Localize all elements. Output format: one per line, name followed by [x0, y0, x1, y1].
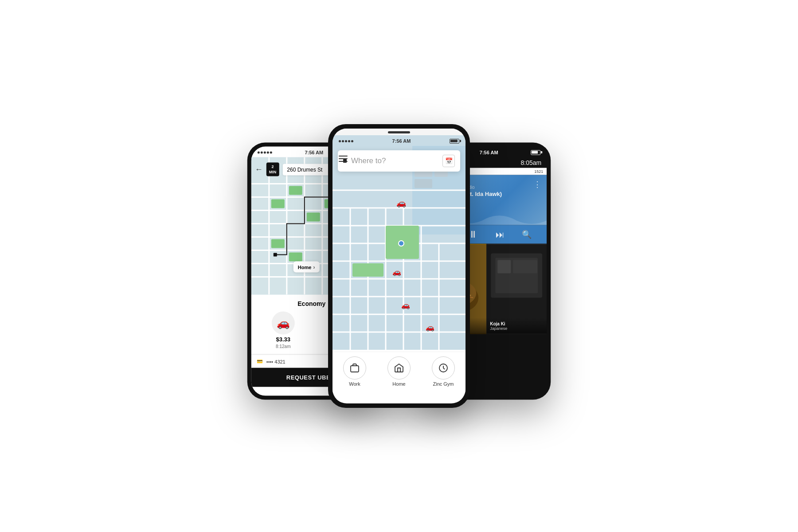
svg-rect-61 — [497, 260, 511, 274]
svg-rect-16 — [289, 186, 302, 195]
time-large: 8:05am — [520, 159, 541, 166]
speaker — [388, 131, 410, 133]
svg-rect-17 — [307, 213, 320, 222]
time-center: 7:56 AM — [392, 138, 411, 144]
nav-home-label: Home — [392, 381, 405, 387]
search-placeholder: Where to? — [351, 156, 442, 165]
payment-last4: •••• 4321 — [266, 359, 286, 364]
food-card-2[interactable]: Koja Ki Japanese — [486, 244, 547, 334]
battery-center — [450, 139, 459, 144]
bottom-nav: Work Home — [332, 352, 466, 394]
map-svg-center: 🚗 🚗 🚗 🚗 — [332, 146, 466, 350]
nav-home[interactable]: Home — [387, 356, 411, 387]
status-bar-center: 7:56 AM — [332, 135, 466, 146]
svg-text:🚗: 🚗 — [401, 301, 410, 309]
home-icon — [387, 356, 411, 379]
address-text: 260 Drumes St — [287, 166, 322, 172]
nav-gym[interactable]: Zinc Gym — [432, 356, 455, 387]
svg-rect-15 — [271, 200, 285, 208]
svg-point-45 — [399, 241, 404, 246]
phone-center: 7:56 AM — [328, 124, 470, 408]
home-bubble[interactable]: Home — [293, 262, 320, 273]
nav-work[interactable]: Work — [343, 356, 366, 387]
car-icon-1: 🚗 — [272, 312, 295, 335]
signal-dots-center — [339, 140, 353, 142]
notch-area — [332, 129, 466, 135]
work-icon — [343, 356, 366, 379]
battery-right — [531, 150, 540, 155]
nav-gym-label: Zinc Gym — [433, 381, 454, 387]
svg-rect-50 — [351, 366, 359, 372]
nav-work-label: Work — [349, 381, 360, 387]
signal-dots-left — [258, 151, 272, 153]
hamburger-menu[interactable] — [339, 156, 348, 162]
svg-rect-42 — [415, 179, 432, 188]
svg-rect-62 — [513, 260, 537, 274]
gym-icon — [432, 356, 455, 379]
eta-badge: 2MIN — [266, 163, 279, 176]
phone-center-inner: 7:56 AM — [332, 129, 466, 403]
car-option-1[interactable]: 🚗 $3.33 8:12am — [257, 312, 310, 349]
food-sub-2: Japanese — [490, 326, 543, 331]
calendar-icon[interactable]: 📅 — [442, 155, 455, 167]
svg-text:🚗: 🚗 — [396, 198, 407, 208]
svg-text:🚗: 🚗 — [426, 323, 434, 332]
svg-rect-21 — [274, 253, 277, 257]
svg-rect-20 — [289, 253, 302, 262]
notif-text: 1521 — [534, 169, 543, 174]
skip-btn[interactable]: ⏭ — [496, 229, 505, 239]
search-bar[interactable]: Where to? 📅 — [338, 150, 460, 172]
card-icon: 💳 — [257, 359, 263, 364]
car-time-1: 8:12am — [276, 344, 290, 349]
car-price-1: $3.33 — [276, 336, 291, 343]
food-tag-2: Koja Ki — [490, 321, 543, 326]
svg-text:🚗: 🚗 — [392, 268, 401, 276]
more-options[interactable]: ⋮ — [533, 180, 541, 189]
time-right: 7:56 AM — [480, 150, 498, 155]
home-label: Home — [298, 264, 312, 270]
food-card-2-content: Koja Ki Japanese — [486, 318, 547, 334]
search-music-btn[interactable]: 🔍 — [522, 230, 532, 239]
time-left: 7:56 AM — [305, 150, 323, 155]
back-button[interactable]: ← — [255, 165, 263, 174]
svg-rect-19 — [271, 239, 285, 248]
map-center-container: 🚗 🚗 🚗 🚗 Where to? 📅 — [332, 146, 466, 352]
phones-container: 7:56 AM — [200, 22, 598, 510]
svg-rect-44 — [352, 263, 383, 277]
